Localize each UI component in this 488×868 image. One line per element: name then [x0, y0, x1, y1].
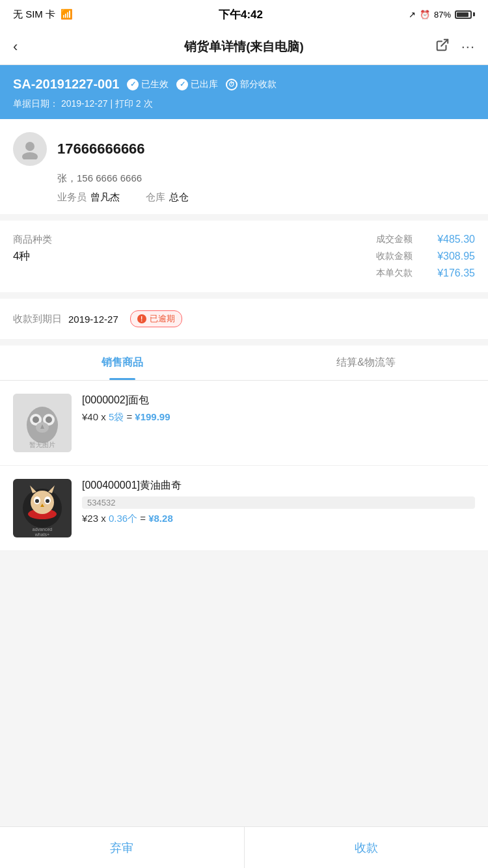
battery-text: 87%	[434, 10, 451, 20]
tab-logistics-label: 结算&物流等	[336, 357, 396, 368]
deal-amount-value: ¥485.30	[423, 234, 475, 245]
received-amount-row: 收款金额 ¥308.95	[376, 251, 475, 262]
print-unit: 次	[144, 98, 153, 109]
tabs: 销售商品 结算&物流等	[0, 346, 488, 381]
product-price-2: ¥23 x 0.36个 = ¥8.28	[82, 513, 475, 525]
due-label: 收款到期日	[13, 313, 62, 325]
tab-logistics[interactable]: 结算&物流等	[244, 346, 488, 380]
summary-section: 商品种类 4种 成交金额 ¥485.30 收款金额 ¥308.95 本单欠款 ¥…	[0, 221, 488, 292]
product-thumbnail-2: advanced whats+	[13, 479, 72, 537]
svg-point-18	[46, 499, 49, 503]
product-name-2: [000400001]黄油曲奇	[82, 479, 475, 493]
product-info-1: [0000002]面包 ¥40 x 5袋 = ¥199.99	[82, 394, 475, 424]
sales-value: 曾凡杰	[90, 191, 120, 204]
page-title: 销货单详情(来自电脑)	[184, 38, 304, 55]
overdue-text: 已逾期	[150, 313, 175, 325]
carrier-text: 无 SIM 卡	[13, 8, 55, 21]
doc-date-value: 2019-12-27	[61, 98, 108, 109]
svg-text:whats+: whats+	[34, 532, 49, 537]
customer-info-row: 业务员 曾凡杰 仓库 总仓	[13, 191, 475, 204]
product-qty-2: 0.36个	[109, 513, 137, 524]
product-unit-price-1: ¥40 x	[82, 411, 109, 422]
customer-name: 17666666666	[57, 141, 145, 157]
confirm-label: 收款	[355, 840, 378, 856]
status-bar-time: 下午4:42	[219, 7, 263, 22]
product-qty-1: 5袋	[109, 411, 124, 422]
order-id-row: SA-20191227-001 ✓ 已生效 ✓ 已出库 ⏱ 部分收款	[13, 77, 475, 92]
status-partial: ⏱ 部分收款	[226, 79, 277, 90]
status-partial-label: 部分收款	[240, 79, 277, 90]
checkmark2-icon: ✓	[176, 79, 188, 90]
wifi-icon: 📶	[61, 8, 73, 20]
status-shipped: ✓ 已出库	[176, 79, 218, 90]
svg-point-0	[25, 142, 34, 151]
cancel-label: 弃审	[110, 840, 133, 856]
product-unit-price-2: ¥23 x	[82, 513, 109, 524]
nav-bar: ‹ 销货单详情(来自电脑) ···	[0, 29, 488, 65]
owed-amount-row: 本单欠款 ¥176.35	[376, 267, 475, 279]
customer-sub: 张，156 6666 6666	[13, 172, 475, 185]
svg-text:暂无图片: 暂无图片	[29, 441, 55, 448]
battery-icon	[455, 10, 475, 19]
alarm-icon: ⏰	[420, 10, 430, 20]
status-effective: ✓ 已生效	[127, 79, 169, 90]
back-button[interactable]: ‹	[13, 38, 18, 55]
received-amount-label: 收款金额	[376, 251, 413, 262]
equals-2: =	[137, 513, 148, 524]
print-label: | 打印	[110, 98, 135, 109]
list-item: advanced whats+ [000400001]黄油曲奇 534532 ¥…	[0, 466, 488, 551]
sales-label: 业务员	[57, 191, 87, 204]
overdue-badge: ! 已逾期	[130, 310, 182, 327]
svg-text:advanced: advanced	[33, 527, 52, 532]
nav-actions: ···	[435, 38, 475, 55]
product-list: 暂无图片 [0000002]面包 ¥40 x 5袋 = ¥199.99	[0, 381, 488, 551]
owed-amount-label: 本单欠款	[376, 267, 413, 279]
product-price-1: ¥40 x 5袋 = ¥199.99	[82, 411, 475, 424]
owed-amount-value: ¥176.35	[423, 267, 475, 279]
overdue-icon: !	[137, 314, 146, 323]
product-type-value: 4种	[13, 249, 52, 264]
deal-amount-row: 成交金额 ¥485.30	[376, 234, 475, 245]
product-sku-2: 534532	[82, 496, 475, 509]
equals-1: =	[124, 411, 135, 422]
more-icon[interactable]: ···	[461, 38, 475, 55]
svg-point-17	[35, 499, 39, 503]
location-icon: ↗	[409, 10, 416, 20]
clock-icon: ⏱	[226, 79, 237, 90]
checkmark-icon: ✓	[127, 79, 139, 90]
status-bar-left: 无 SIM 卡 📶	[13, 8, 73, 21]
warehouse-label: 仓库	[146, 191, 165, 204]
svg-point-14	[31, 491, 54, 514]
customer-section: 17666666666 张，156 6666 6666 业务员 曾凡杰 仓库 总…	[0, 119, 488, 214]
received-amount-value: ¥308.95	[423, 251, 475, 262]
bottom-bar: 弃审 收款	[0, 826, 488, 868]
tab-products[interactable]: 销售商品	[0, 346, 244, 380]
product-total-2: ¥8.28	[148, 513, 173, 524]
avatar	[13, 132, 47, 166]
order-id: SA-20191227-001	[13, 77, 119, 92]
share-icon[interactable]	[435, 38, 450, 55]
deal-amount-label: 成交金额	[376, 234, 413, 245]
product-info-2: [000400001]黄油曲奇 534532 ¥23 x 0.36个 = ¥8.…	[82, 479, 475, 525]
tab-products-label: 销售商品	[102, 357, 143, 368]
product-type-label: 商品种类	[13, 234, 52, 246]
confirm-button[interactable]: 收款	[245, 827, 489, 868]
status-bar-right: ↗ ⏰ 87%	[409, 10, 475, 20]
svg-point-6	[33, 416, 39, 423]
summary-left: 商品种类 4种	[13, 234, 52, 264]
status-effective-label: 已生效	[141, 79, 169, 90]
product-total-1: ¥199.99	[135, 411, 170, 422]
summary-right: 成交金额 ¥485.30 收款金额 ¥308.95 本单欠款 ¥176.35	[376, 234, 475, 279]
order-header: SA-20191227-001 ✓ 已生效 ✓ 已出库 ⏱ 部分收款 单据日期：…	[0, 65, 488, 119]
order-meta: 单据日期： 2019-12-27 | 打印 2 次	[13, 98, 475, 110]
sales-info: 业务员 曾凡杰	[57, 191, 120, 204]
list-item: 暂无图片 [0000002]面包 ¥40 x 5袋 = ¥199.99	[0, 381, 488, 466]
cancel-button[interactable]: 弃审	[0, 827, 245, 868]
product-name-1: [0000002]面包	[82, 394, 475, 407]
status-bar: 无 SIM 卡 📶 下午4:42 ↗ ⏰ 87%	[0, 0, 488, 29]
due-section: 收款到期日 2019-12-27 ! 已逾期	[0, 299, 488, 339]
svg-point-1	[22, 152, 38, 159]
due-date: 2019-12-27	[68, 314, 118, 325]
status-shipped-label: 已出库	[191, 79, 218, 90]
svg-point-7	[46, 416, 52, 423]
